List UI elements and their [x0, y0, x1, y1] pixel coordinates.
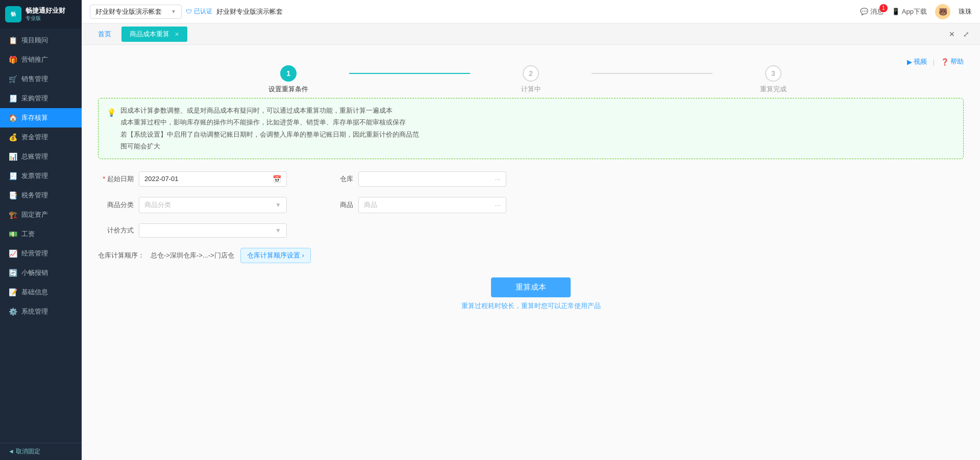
tabs-bar: 首页 商品成本重算 ✕ ✕ ⤢: [82, 23, 980, 45]
app-name: 畅捷通好业财: [26, 7, 65, 15]
start-date-input[interactable]: 2022-07-01 📅: [139, 171, 287, 187]
marketing-icon: 🎁: [8, 56, 17, 64]
message-badge: 1: [879, 4, 888, 12]
close-window-button[interactable]: ✕: [946, 29, 958, 40]
category-arrow-icon: ▼: [275, 201, 281, 209]
pricing-arrow-icon: ▼: [275, 227, 281, 234]
product-input[interactable]: 商品 ···: [358, 197, 506, 213]
sidebar-item-sales[interactable]: 🛒 销售管理: [0, 69, 82, 89]
sidebar-item-expense[interactable]: 🔄 小畅报销: [0, 263, 82, 283]
system-icon: ⚙️: [8, 308, 17, 316]
sidebar-item-tax[interactable]: 📑 税务管理: [0, 186, 82, 205]
sidebar-item-inventory[interactable]: 🏠 库存核算: [0, 108, 82, 127]
unpin-button[interactable]: ◄ 取消固定: [0, 443, 82, 460]
sidebar-item-assets[interactable]: 🏗️ 固定资产: [0, 205, 82, 224]
video-link[interactable]: ▶ 视频: [907, 57, 927, 66]
account-selector[interactable]: 好业财专业版演示帐套 ▼: [90, 5, 182, 19]
info-line-3: 若【系统设置】中启用了自动调整记账日期时，会调整入库单的整单记账日期，因此重新计…: [120, 129, 419, 140]
product-label: 商品: [317, 200, 353, 210]
account-name: 好业财专业版演示帐套: [95, 7, 162, 16]
app-edition: 专业版: [26, 15, 65, 22]
form-grid: 起始日期 2022-07-01 📅 仓库 ···: [98, 171, 506, 238]
step-label-2: 计算中: [521, 85, 541, 94]
phone-icon: 📱: [892, 8, 900, 15]
info-icon: 💡: [107, 106, 116, 152]
recalc-hint: 重算过程耗时较长，重算时您可以正常使用产品: [461, 301, 601, 311]
company-name: 好业财专业版演示帐套: [216, 7, 283, 16]
sidebar-item-payroll[interactable]: 💵 工资: [0, 224, 82, 244]
warehouse-input[interactable]: ···: [358, 171, 506, 187]
topbar-right: 💬 消息 1 📱 App下载 🐻 珠珠: [860, 4, 972, 19]
message-button[interactable]: 💬 消息 1: [860, 7, 884, 16]
project-icon: 📋: [8, 36, 17, 44]
sidebar-item-invoice[interactable]: 🧾 发票管理: [0, 166, 82, 186]
product-row: 商品 商品 ···: [317, 197, 506, 213]
calendar-icon: 📅: [273, 175, 281, 183]
product-more-icon: ···: [495, 201, 501, 209]
sidebar-item-marketing[interactable]: 🎁 营销推广: [0, 50, 82, 69]
expense-icon: 🔄: [8, 269, 17, 277]
sidebar: 畅 畅捷通好业财 专业版 📋 项目顾问 🎁 营销推广 🛒 销售管理 🧾 采购管理…: [0, 0, 82, 460]
info-line-4: 围可能会扩大: [120, 140, 419, 152]
sidebar-item-purchase[interactable]: 🧾 采购管理: [0, 89, 82, 108]
start-date-row: 起始日期 2022-07-01 📅: [98, 171, 287, 187]
tab-recalc[interactable]: 商品成本重算 ✕: [121, 27, 187, 42]
message-icon: 💬: [860, 8, 868, 15]
chevron-right-icon: ›: [302, 251, 304, 259]
main-area: 好业财专业版演示帐套 ▼ 🛡 已认证 好业财专业版演示帐套 💬 消息 1 📱 A…: [82, 0, 980, 460]
category-label: 商品分类: [98, 200, 134, 210]
maximize-window-button[interactable]: ⤢: [961, 29, 972, 40]
invoice-icon: 🧾: [8, 172, 17, 180]
warehouse-more-icon: ···: [495, 175, 501, 183]
inventory-icon: 🏠: [8, 114, 17, 122]
step-circle-3: 3: [765, 65, 781, 82]
warehouse-row: 仓库 ···: [317, 171, 506, 187]
user-name[interactable]: 珠珠: [959, 7, 972, 16]
info-box: 💡 因成本计算参数调整、或是对商品成本有疑问时，可以通过成本重算功能，重新计算一…: [98, 98, 964, 159]
play-icon: ▶: [907, 58, 912, 66]
step-1: 1 设置重算条件: [228, 65, 349, 94]
tab-close-icon[interactable]: ✕: [175, 31, 179, 37]
top-right-actions: ▶ 视频 | ❓ 帮助: [907, 57, 964, 66]
sidebar-item-operations[interactable]: 📈 经营管理: [0, 244, 82, 263]
payroll-icon: 💵: [8, 230, 17, 238]
category-row: 商品分类 商品分类 ▼: [98, 197, 287, 213]
sidebar-item-accounting[interactable]: 📊 总账管理: [0, 147, 82, 166]
help-link[interactable]: ❓ 帮助: [941, 57, 964, 66]
purchase-icon: 🧾: [8, 94, 17, 103]
app-logo: 畅: [5, 6, 21, 22]
account-arrow-icon: ▼: [171, 9, 176, 14]
pricing-row: 计价方式 ▼: [98, 223, 287, 238]
app-download-button[interactable]: 📱 App下载: [892, 7, 927, 16]
avatar[interactable]: 🐻: [935, 4, 950, 19]
shield-icon: 🛡: [186, 8, 192, 15]
sidebar-item-finance[interactable]: 💰 资金管理: [0, 127, 82, 147]
start-date-label: 起始日期: [98, 174, 134, 184]
category-select[interactable]: 商品分类 ▼: [139, 197, 287, 213]
step-3: 3 重算完成: [713, 65, 834, 94]
step-label-3: 重算完成: [760, 85, 787, 94]
info-line-2: 成本重算过程中，影响库存账的操作均不能操作，比如进货单、销货单、库存单据不能审核…: [120, 116, 419, 128]
recalc-section: 重算成本 重算过程耗时较长，重算时您可以正常使用产品: [98, 277, 964, 311]
tab-home[interactable]: 首页: [90, 27, 119, 42]
step-2: 2 计算中: [470, 65, 591, 94]
info-line-1: 因成本计算参数调整、或是对商品成本有疑问时，可以通过成本重算功能，重新计算一遍成…: [120, 105, 419, 116]
page-content: ▶ 视频 | ❓ 帮助 1 设置重算条件 2 计算中: [82, 45, 980, 460]
warehouse-order-value: 总仓->深圳仓库->...->门店仓: [151, 251, 234, 260]
warehouse-order-settings-button[interactable]: 仓库计算顺序设置 ›: [240, 248, 311, 263]
warehouse-order-label: 仓库计算顺序：: [98, 251, 144, 260]
recalc-button[interactable]: 重算成本: [491, 277, 571, 297]
pricing-select[interactable]: ▼: [139, 223, 287, 238]
sidebar-header: 畅 畅捷通好业财 专业版: [0, 0, 82, 29]
operations-icon: 📈: [8, 249, 17, 258]
step-label-1: 设置重算条件: [268, 85, 308, 94]
sidebar-item-project[interactable]: 📋 项目顾问: [0, 31, 82, 50]
sidebar-nav: 📋 项目顾问 🎁 营销推广 🛒 销售管理 🧾 采购管理 🏠 库存核算 💰 资金管…: [0, 29, 82, 443]
pricing-label: 计价方式: [98, 226, 134, 235]
verified-badge: 🛡 已认证: [186, 7, 212, 16]
topbar: 好业财专业版演示帐套 ▼ 🛡 已认证 好业财专业版演示帐套 💬 消息 1 📱 A…: [82, 0, 980, 23]
accounting-icon: 📊: [8, 152, 17, 161]
sidebar-item-system[interactable]: ⚙️ 系统管理: [0, 302, 82, 321]
basic-icon: 📝: [8, 288, 17, 296]
sidebar-item-basic[interactable]: 📝 基础信息: [0, 283, 82, 302]
